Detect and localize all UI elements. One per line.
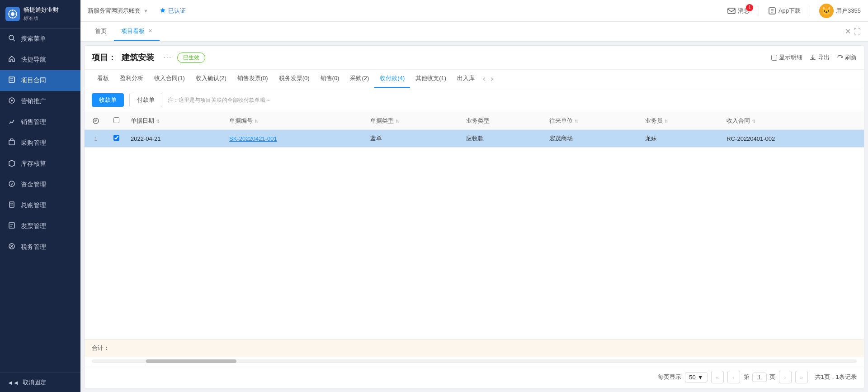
- per-page-select[interactable]: 50 ▼: [685, 372, 707, 382]
- close-button[interactable]: ✕: [845, 27, 851, 36]
- user-label: 用户3355: [836, 7, 861, 15]
- sidebar-item-label: 发票管理: [21, 222, 46, 230]
- tax-icon: [7, 243, 16, 252]
- svg-line-7: [13, 39, 15, 41]
- summary-row: 合计：: [85, 339, 864, 357]
- user-profile[interactable]: 🐱 用户3355: [819, 4, 861, 18]
- col-check: [107, 112, 125, 130]
- sort-icon[interactable]: ⇅: [665, 119, 668, 124]
- table-row[interactable]: 1 2022-04-21 SK-20220421-001 蓝单 应收款 宏茂商场…: [85, 130, 864, 148]
- sidebar: 畅捷通好业财 标准版 搜索菜单 快捷导航 项目合同 营: [0, 0, 80, 392]
- subtab-warehouse[interactable]: 出入库: [452, 70, 480, 88]
- window-controls: ✕ ⛶: [845, 27, 861, 36]
- next-page-button[interactable]: ›: [779, 371, 792, 383]
- show-detail-checkbox[interactable]: 显示明细: [771, 53, 802, 62]
- subtab-kanban[interactable]: 看板: [92, 70, 114, 88]
- divider: [810, 5, 810, 16]
- export-button[interactable]: 导出: [810, 53, 830, 62]
- sort-icon[interactable]: ⇅: [575, 119, 578, 124]
- sort-icon[interactable]: ⇅: [156, 119, 160, 124]
- refresh-button[interactable]: 刷新: [837, 53, 857, 62]
- sidebar-item-label: 搜索菜单: [21, 35, 46, 43]
- tab-project-board[interactable]: 项目看板 ✕: [114, 23, 160, 41]
- subtab-tax-invoice[interactable]: 税务发票(0): [274, 70, 315, 88]
- maximize-button[interactable]: ⛶: [854, 28, 861, 36]
- last-page-button[interactable]: »: [795, 371, 808, 383]
- subtab-prev-arrow[interactable]: ‹: [480, 70, 488, 87]
- subtab-purchase[interactable]: 采购(2): [344, 70, 374, 88]
- sidebar-item-quick-nav[interactable]: 快捷导航: [0, 49, 80, 70]
- ledger-icon: [7, 201, 16, 210]
- sidebar-item-inventory[interactable]: 库存核算: [0, 153, 80, 174]
- tab-close-icon[interactable]: ✕: [148, 28, 152, 34]
- data-table: 单据日期 ⇅ 单据编号 ⇅ 单据类型: [85, 112, 864, 148]
- more-button[interactable]: ···: [163, 53, 172, 62]
- sort-icon[interactable]: ⇅: [396, 119, 399, 124]
- col-income-contract: 收入合同 ⇅: [721, 112, 864, 130]
- verified-badge: 已认证: [159, 7, 186, 15]
- purchase-icon: [7, 139, 16, 148]
- chevron-down-icon: ▼: [698, 374, 703, 381]
- tab-home[interactable]: 首页: [88, 23, 114, 41]
- subtab-receipt[interactable]: 收付款(4): [374, 70, 410, 88]
- subtab-income-confirm[interactable]: 收入确认(2): [190, 70, 232, 88]
- sidebar-item-search[interactable]: 搜索菜单: [0, 29, 80, 49]
- account-selector[interactable]: 新服务官网演示账套 ▼: [88, 7, 148, 15]
- subtab-other-expense[interactable]: 其他收支(1): [410, 70, 452, 88]
- home-icon: [7, 55, 16, 64]
- sort-icon[interactable]: ⇅: [752, 119, 755, 124]
- sidebar-item-label: 快捷导航: [21, 56, 46, 64]
- inventory-icon: [7, 159, 16, 168]
- svg-rect-25: [728, 8, 735, 14]
- row-checkbox[interactable]: [113, 135, 119, 141]
- subtab-next-arrow[interactable]: ›: [488, 70, 495, 87]
- horizontal-scrollbar[interactable]: [85, 357, 864, 366]
- unpin-button[interactable]: ◄◄ 取消固定: [0, 373, 80, 392]
- app-title: 畅捷通好业财: [24, 6, 59, 14]
- col-biz-type: 业务类型: [461, 112, 543, 130]
- unpin-label: 取消固定: [23, 378, 46, 387]
- col-type: 单据类型 ⇅: [365, 112, 461, 130]
- sales-icon: [7, 118, 16, 127]
- messages-button[interactable]: 消息 1: [727, 7, 750, 15]
- sidebar-item-tax[interactable]: 税务管理: [0, 237, 80, 258]
- subtab-sales[interactable]: 销售(0): [315, 70, 345, 88]
- messages-badge: 1: [746, 4, 753, 11]
- receipt-tab-button[interactable]: 收款单: [92, 93, 124, 107]
- current-page-box: 1: [752, 373, 767, 382]
- sort-icon[interactable]: ⇅: [255, 119, 258, 124]
- subtab-sales-invoice[interactable]: 销售发票(0): [232, 70, 274, 88]
- pagination: 每页显示 50 ▼ « ‹ 第 1 页 › » 共1页，1条记录: [85, 366, 864, 388]
- select-all-checkbox[interactable]: [113, 117, 119, 123]
- col-code: 单据编号 ⇅: [224, 112, 365, 130]
- document-link[interactable]: SK-20220421-001: [229, 135, 277, 142]
- subtab-income-contract[interactable]: 收入合同(1): [149, 70, 190, 88]
- sidebar-item-sales[interactable]: 销售管理: [0, 112, 80, 133]
- sidebar-item-ledger[interactable]: 总账管理: [0, 195, 80, 216]
- col-date: 单据日期 ⇅: [125, 112, 224, 130]
- scrollbar-thumb[interactable]: [146, 359, 236, 363]
- sidebar-item-label: 税务管理: [21, 243, 46, 251]
- project-icon: [7, 76, 16, 85]
- sub-tab-bar: 看板 盈利分析 收入合同(1) 收入确认(2) 销售发票(0) 税务发票(0) …: [85, 70, 864, 88]
- main-content: 新服务官网演示账套 ▼ 已认证 消息 1 App下载 🐱 用户3355: [80, 0, 868, 392]
- cell-income-contract: RC-20220401-002: [721, 130, 864, 148]
- app-download-button[interactable]: App下载: [768, 7, 801, 15]
- divider: [759, 5, 759, 16]
- sidebar-item-purchase[interactable]: 采购管理: [0, 133, 80, 153]
- pin-icon: ◄◄: [7, 379, 19, 386]
- prev-page-button[interactable]: ‹: [727, 371, 740, 383]
- subtab-profit[interactable]: 盈利分析: [114, 70, 149, 88]
- sidebar-item-capital[interactable]: ¥ 资金管理: [0, 174, 80, 195]
- sidebar-item-project-contract[interactable]: 项目合同: [0, 70, 80, 91]
- sidebar-item-marketing[interactable]: 营销推广: [0, 91, 80, 112]
- show-detail-input[interactable]: [771, 55, 777, 61]
- sidebar-item-label: 总账管理: [21, 201, 46, 210]
- scrollbar-track[interactable]: [92, 359, 857, 363]
- col-partner: 往来单位 ⇅: [544, 112, 640, 130]
- sidebar-item-label: 采购管理: [21, 139, 46, 147]
- payment-tab-button[interactable]: 付款单: [129, 93, 162, 107]
- col-idx: [85, 112, 107, 130]
- sidebar-item-invoice[interactable]: 发票管理: [0, 216, 80, 237]
- first-page-button[interactable]: «: [711, 371, 724, 383]
